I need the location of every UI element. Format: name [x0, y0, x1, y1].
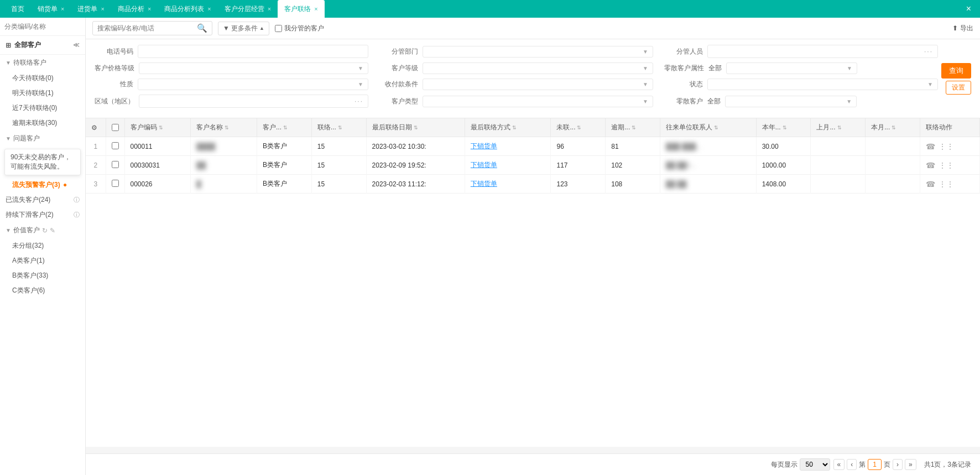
- filter-nature-select[interactable]: ▼: [138, 79, 368, 90]
- th-last-contact-date[interactable]: 最后联络日期 ⇅: [366, 118, 465, 137]
- filter-region-input[interactable]: ···: [139, 95, 368, 108]
- close-product-analysis-tab[interactable]: ×: [148, 6, 151, 12]
- refresh-icon[interactable]: ↻: [42, 227, 48, 234]
- sort-icon-5: ⇅: [414, 125, 418, 131]
- row-last-method-3[interactable]: 下销货单: [465, 175, 551, 194]
- my-customers-checkbox[interactable]: [275, 25, 282, 32]
- nav-product-list[interactable]: 商品分析列表 ×: [158, 0, 217, 18]
- row-check-1[interactable]: [106, 137, 124, 156]
- th-this-month[interactable]: 本月... ⇅: [866, 118, 920, 137]
- sidebar-all-customers[interactable]: ⊞ 全部客户 ≪: [0, 36, 85, 55]
- filter-retail-customer-select[interactable]: ▼: [725, 96, 857, 107]
- row-checkbox-3[interactable]: [112, 180, 119, 187]
- contact-action-icon-1[interactable]: ☎: [926, 142, 935, 151]
- sidebar-tomorrow-pending[interactable]: 明天待联络(1): [0, 86, 85, 101]
- filter-person-input[interactable]: ···: [707, 45, 938, 58]
- filter-payment-select[interactable]: ▼: [423, 79, 653, 90]
- row-uncontacted-2: 117: [551, 156, 606, 175]
- close-customer-contact-tab[interactable]: ×: [314, 6, 317, 12]
- nav-purchase[interactable]: 进货单 ×: [71, 0, 111, 18]
- sidebar-ungroup[interactable]: 未分组(32): [0, 238, 85, 253]
- per-page-label: 每页显示: [771, 460, 797, 469]
- filter-phone-input[interactable]: [138, 45, 368, 58]
- per-page-wrap: 每页显示 50 20 100: [771, 458, 830, 471]
- nav-product-analysis[interactable]: 商品分析 ×: [111, 0, 158, 18]
- nav-home[interactable]: 首页: [4, 0, 31, 18]
- sidebar-search-input[interactable]: [4, 23, 86, 30]
- sidebar-week-pending[interactable]: 近7天待联络(0): [0, 101, 85, 116]
- content-area: 🔍 ▼ 更多条件 ▲ 我分管的客户 ⬆ 导出: [86, 18, 980, 475]
- prev-page-button[interactable]: ‹: [847, 459, 857, 470]
- th-last-month[interactable]: 上月... ⇅: [811, 118, 866, 137]
- first-page-button[interactable]: «: [833, 459, 845, 470]
- th-last-contact-method[interactable]: 最后联络方式 ⇅: [465, 118, 551, 137]
- main-search-button[interactable]: 🔍: [197, 23, 207, 33]
- main-search-input[interactable]: [97, 24, 197, 32]
- sidebar-class-c[interactable]: C类客户(6): [0, 283, 85, 298]
- filter-retail-attr-select[interactable]: ▼: [726, 62, 857, 74]
- nav-customer-contact[interactable]: 客户联络 ×: [278, 0, 324, 18]
- sidebar-group-pending[interactable]: ▼ 待联络客户: [0, 55, 85, 71]
- th-this-year[interactable]: 本年... ⇅: [756, 118, 811, 137]
- more-conditions-button[interactable]: ▼ 更多条件 ▲: [218, 22, 269, 35]
- sidebar-churn-warning[interactable]: 流失预警客户(3) ●: [0, 178, 85, 192]
- th-code[interactable]: 客户编码 ⇅: [124, 118, 191, 137]
- row-last-method-2[interactable]: 下销货单: [465, 156, 551, 175]
- th-overdue[interactable]: 逾期... ⇅: [606, 118, 660, 137]
- sidebar-today-pending[interactable]: 今天待联络(0): [0, 71, 85, 86]
- sidebar-overdue-pending[interactable]: 逾期未联络(30): [0, 116, 85, 131]
- th-contact[interactable]: 联络... ⇅: [311, 118, 366, 137]
- select-all-checkbox[interactable]: [112, 124, 119, 131]
- nav-sales[interactable]: 销货单 ×: [31, 0, 71, 18]
- sidebar-group-problem[interactable]: ▼ 问题客户: [0, 131, 85, 147]
- sidebar-group-value[interactable]: ▼ 价值客户 ↻ ✎: [0, 222, 85, 238]
- select-arrow-icon-6: ▼: [643, 81, 648, 87]
- more-action-icon-1[interactable]: ⋮⋮: [939, 142, 954, 151]
- select-arrow-icon-8: ▼: [643, 98, 648, 105]
- th-settings[interactable]: ⚙: [86, 118, 106, 137]
- settings-button[interactable]: 设置: [946, 81, 971, 95]
- contact-action-icon-3[interactable]: ☎: [926, 180, 935, 189]
- th-type[interactable]: 客户... ⇅: [257, 118, 311, 137]
- filter-price-level-select[interactable]: ▼: [139, 62, 368, 74]
- window-close-button[interactable]: ×: [962, 4, 976, 14]
- export-button[interactable]: ⬆ 导出: [952, 24, 973, 33]
- contact-action-icon-2[interactable]: ☎: [926, 161, 935, 170]
- filter-customer-type-select[interactable]: ▼: [423, 96, 653, 107]
- advanced-filter-panel: 电话号码 分管部门 ▼ 分管人员: [86, 39, 980, 118]
- next-page-button[interactable]: ›: [893, 459, 903, 470]
- sidebar-class-b[interactable]: B类客户(33): [0, 268, 85, 283]
- close-customer-tier-tab[interactable]: ×: [268, 6, 271, 12]
- filter-customer-grade-select[interactable]: ▼: [423, 62, 653, 74]
- th-checkbox[interactable]: [106, 118, 124, 137]
- sidebar-class-a[interactable]: A类客户(1): [0, 253, 85, 268]
- row-uncontacted-1: 96: [551, 137, 606, 156]
- horizontal-scrollbar[interactable]: [86, 447, 980, 453]
- filter-dept-select[interactable]: ▼: [423, 46, 653, 58]
- settings-gear-icon: ⚙: [91, 124, 97, 132]
- row-checkbox-1[interactable]: [112, 142, 119, 149]
- sidebar-churned[interactable]: 已流失客户(24) ⓘ: [0, 192, 85, 207]
- per-page-select[interactable]: 50 20 100: [800, 458, 830, 471]
- close-sales-tab[interactable]: ×: [61, 6, 64, 12]
- row-check-2[interactable]: [106, 156, 124, 175]
- query-button[interactable]: 查询: [941, 63, 971, 79]
- row-last-method-1[interactable]: 下销货单: [465, 137, 551, 156]
- th-name[interactable]: 客户名称 ⇅: [191, 118, 257, 137]
- row-check-3[interactable]: [106, 175, 124, 194]
- sort-icon-7: ⇅: [577, 125, 581, 131]
- close-purchase-tab[interactable]: ×: [101, 6, 104, 12]
- close-product-list-tab[interactable]: ×: [207, 6, 211, 12]
- more-action-icon-3[interactable]: ⋮⋮: [939, 180, 954, 189]
- nav-customer-tier[interactable]: 客户分层经营 ×: [218, 0, 278, 18]
- last-page-button[interactable]: »: [905, 459, 916, 470]
- sidebar-declining[interactable]: 持续下滑客户(2) ⓘ: [0, 207, 85, 222]
- th-uncontacted[interactable]: 未联... ⇅: [551, 118, 606, 137]
- edit-icon[interactable]: ✎: [50, 227, 55, 234]
- row-checkbox-2[interactable]: [112, 161, 119, 168]
- select-arrow-icon-9: ▼: [846, 98, 852, 105]
- more-action-icon-2[interactable]: ⋮⋮: [939, 161, 954, 170]
- sidebar-search-wrap: 🔍: [0, 18, 85, 36]
- filter-status-select[interactable]: ▼: [707, 79, 938, 90]
- th-contact-person[interactable]: 往来单位联系人 ⇅: [660, 118, 757, 137]
